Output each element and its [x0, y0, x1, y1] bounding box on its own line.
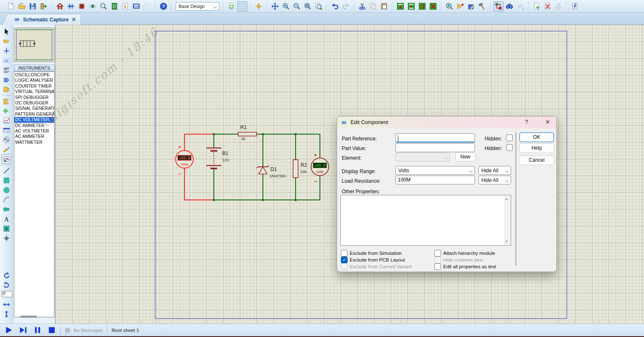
instrument-item-counter-timer[interactable]: COUNTER TIMER	[14, 83, 54, 89]
rotate-clockwise-button[interactable]	[2, 270, 12, 280]
toggle-grid-button[interactable]	[237, 1, 247, 11]
message-area[interactable]: i No Messages	[64, 327, 103, 334]
selection-pointer-button[interactable]	[1, 27, 11, 36]
wire-autoroute-button[interactable]	[493, 1, 504, 11]
home-button[interactable]	[55, 1, 65, 11]
zoom-out-button[interactable]	[292, 1, 302, 11]
instrument-item-i2c-debugger[interactable]: I2C DEBUGGER	[14, 100, 54, 106]
display-range-visibility-combobox[interactable]: Hide All	[478, 166, 511, 175]
wire-label-mode-button[interactable]: LBL	[1, 56, 11, 65]
block-copy-button[interactable]	[395, 1, 405, 11]
exclude-simulation-checkbox[interactable]	[341, 250, 348, 257]
refresh-sheet-button[interactable]	[226, 1, 236, 11]
component-mode-button[interactable]	[1, 36, 11, 46]
tab-schematic-capture[interactable]: Schematic Capture ✕	[3, 14, 81, 25]
tape-recorder-mode-button[interactable]	[1, 125, 11, 135]
search-find-button[interactable]	[504, 1, 514, 11]
block-delete-button[interactable]	[428, 1, 438, 11]
display-range-combobox[interactable]: Volts	[395, 166, 475, 175]
new-element-button[interactable]: New	[455, 152, 475, 161]
cut-button[interactable]	[357, 1, 367, 11]
overview-panel[interactable]	[14, 28, 55, 62]
pause-button[interactable]	[32, 325, 43, 335]
search-tag-button[interactable]	[444, 1, 454, 11]
hidden-checkbox-1[interactable]	[506, 135, 513, 141]
voltage-probe-mode-button[interactable]	[1, 145, 11, 154]
subcircuit-mode-button[interactable]	[1, 85, 11, 94]
instrument-item-oscilloscope[interactable]: OSCILLOSCOPE	[14, 72, 54, 78]
pcb-layout-button[interactable]	[77, 1, 87, 11]
stop-button[interactable]	[46, 325, 57, 335]
remove-sheet-button[interactable]	[543, 1, 553, 11]
mirror-horizontal-button[interactable]	[2, 300, 12, 309]
component-d1[interactable]: D1 1N4733A	[257, 166, 286, 178]
help-button[interactable]: ?	[158, 1, 169, 11]
terminals-mode-button[interactable]	[1, 96, 11, 106]
block-rotate-button[interactable]	[417, 1, 427, 11]
pcb-board-button[interactable]	[109, 1, 119, 11]
help-button[interactable]: Help	[519, 143, 554, 153]
open-design-button[interactable]	[17, 1, 27, 11]
design-explorer-button[interactable]: 0101	[131, 1, 141, 11]
schematic-capture-button[interactable]	[66, 1, 76, 11]
textarea-scrollbar[interactable]: ▲ ▼	[504, 196, 510, 245]
bill-of-materials-button[interactable]: $	[120, 1, 130, 11]
zoom-area-button[interactable]	[303, 1, 313, 11]
exclude-pcb-checkbox[interactable]: ✓	[341, 257, 348, 263]
load-resistance-visibility-combobox[interactable]: Hide All	[478, 176, 511, 184]
scroll-down-icon[interactable]: ▼	[505, 240, 508, 244]
design-selector-combobox[interactable]: Base Design	[176, 2, 219, 10]
rotate-angle-input[interactable]: 0°	[1, 291, 12, 297]
hidden-checkbox-2[interactable]	[506, 144, 513, 151]
instrument-item-virtual-terminal[interactable]: VIRTUAL TERMINAL	[14, 89, 54, 94]
instrument-item-spi-debugger[interactable]: SPI DEBUGGER	[14, 95, 54, 100]
line-2d-button[interactable]	[1, 166, 11, 176]
symbol-2d-button[interactable]: S	[1, 224, 11, 233]
packaging-tool-button[interactable]	[466, 1, 476, 11]
step-button[interactable]	[18, 325, 29, 335]
zoom-sheet-button[interactable]	[314, 1, 324, 11]
object-selector-scrollbar[interactable]	[20, 316, 37, 318]
text-script-mode-button[interactable]	[1, 65, 11, 75]
other-properties-textarea[interactable]: ▲ ▼	[340, 195, 511, 246]
gerber-viewer-button[interactable]	[99, 1, 109, 11]
instrument-item-ac-voltmeter[interactable]: AC VOLTMETER	[14, 128, 54, 134]
dialog-help-icon[interactable]: ?	[522, 119, 531, 125]
instrument-item-dc-voltmeter[interactable]: DC VOLTMETER	[14, 117, 54, 122]
instrument-item-logic-analyser[interactable]: LOGIC ANALYSER	[14, 78, 54, 83]
generator-mode-button[interactable]	[1, 135, 11, 145]
zoom-in-button[interactable]	[281, 1, 291, 11]
make-device-button[interactable]	[455, 1, 465, 11]
instrument-item-wattmeter[interactable]: WATTMETER	[14, 140, 54, 145]
electrical-zone-button[interactable]	[570, 1, 580, 11]
ok-button[interactable]: OK	[519, 132, 554, 142]
path-2d-button[interactable]	[1, 205, 11, 214]
undo-button[interactable]	[330, 1, 340, 11]
component-r1[interactable]: R1 1k	[238, 124, 257, 141]
instrument-item-pattern-generator[interactable]: PATTERN GENERATOR	[14, 111, 54, 117]
dialog-close-icon[interactable]: ✕	[543, 119, 552, 125]
device-pins-mode-button[interactable]	[1, 106, 11, 116]
cancel-button[interactable]: Cancel	[519, 156, 554, 165]
new-sheet-button[interactable]	[532, 1, 542, 11]
text-2d-button[interactable]: A	[1, 214, 11, 224]
import-design-button[interactable]	[39, 1, 49, 11]
graph-mode-button[interactable]	[1, 116, 11, 125]
instrument-item-dc-ammeter[interactable]: DC AMMETER	[14, 123, 54, 128]
save-design-button[interactable]	[28, 1, 38, 11]
junction-dot-mode-button[interactable]	[1, 46, 11, 56]
play-button[interactable]	[3, 325, 14, 335]
box-2d-button[interactable]	[1, 176, 11, 185]
load-resistance-input[interactable]: 100M	[395, 176, 475, 184]
instrument-item-ac-ammeter[interactable]: AC AMMETER	[14, 134, 54, 139]
circle-2d-button[interactable]	[1, 185, 11, 195]
arc-2d-button[interactable]	[1, 195, 11, 205]
copy-button[interactable]	[368, 1, 378, 11]
edit-properties-text-checkbox[interactable]	[434, 263, 441, 270]
virtual-instruments-mode-button[interactable]	[1, 154, 11, 164]
component-r2[interactable]: R2 10k	[293, 160, 307, 178]
instrument-item-signal-generator[interactable]: SIGNAL GENERATOR	[14, 106, 54, 111]
decompose-button[interactable]	[477, 1, 487, 11]
mirror-vertical-button[interactable]	[2, 309, 12, 319]
block-move-button[interactable]	[406, 1, 416, 11]
